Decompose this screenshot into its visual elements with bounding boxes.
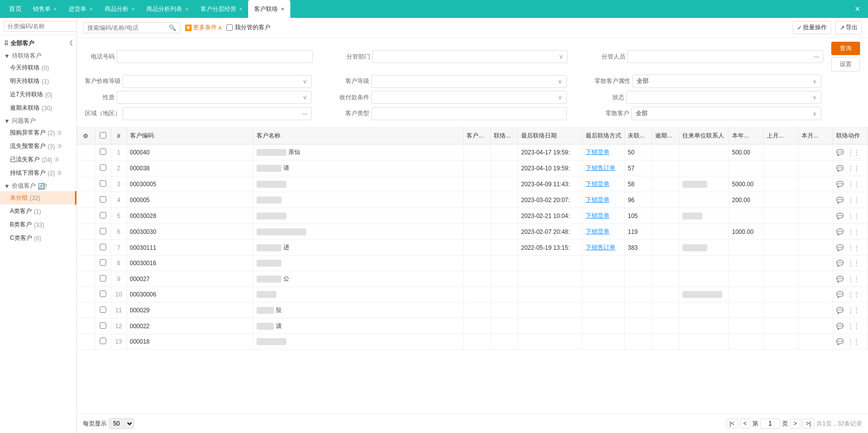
page-number-input[interactable] [760,419,780,429]
row-select-checkbox[interactable] [100,306,106,313]
sidebar-item-class-a[interactable]: A类客户 (1) [0,205,76,218]
last-method-link[interactable]: 下销售订单 [586,164,615,171]
row-select-checkbox[interactable] [100,180,106,187]
last-method-link[interactable]: 下销货单 [586,228,609,235]
row-select-checkbox[interactable] [100,275,106,282]
last-method-link[interactable]: 下销售订单 [586,244,615,251]
row-checkbox[interactable] [95,160,111,176]
contact-col-header[interactable]: 联络...: [491,128,518,144]
name-col-header[interactable]: 客户名称: [254,128,464,144]
more-action-icon[interactable]: ⋮⋮ [848,307,860,314]
sidebar-item-class-b[interactable]: B类客户 (33) [0,218,76,231]
row-checkbox[interactable] [95,287,111,302]
row-checkbox[interactable] [95,144,111,160]
my-customers-checkbox[interactable] [226,24,233,31]
more-action-icon[interactable]: ⋮⋮ [848,197,860,204]
sidebar-item-tomorrow-pending[interactable]: 明天待联络 (1) [0,74,76,88]
region-input[interactable]: ··· [123,107,312,120]
refresh-icon[interactable]: 🔄 [38,183,45,190]
contact-action-icon[interactable]: 💬 [836,244,844,251]
first-page-button[interactable]: |< [726,419,738,429]
more-action-icon[interactable]: ⋮⋮ [848,244,860,251]
problem-customers-group[interactable]: ▼ 问题客户 [0,115,76,126]
row-select-checkbox[interactable] [100,290,106,297]
reset-button[interactable]: 设置 [831,57,860,72]
nav-tab-customer-mgmt[interactable]: 客户分层经营 × [195,0,248,18]
all-customers-header[interactable]: ⠿ 全部客户 《 [0,35,76,50]
nav-tab-customer-contact[interactable]: 客户联络 × [248,0,290,18]
batch-operations-button[interactable]: ✓ 批量操作 [793,21,831,34]
close-icon[interactable]: × [54,6,57,12]
last-method-col-header[interactable]: 最后联络方式 [583,128,625,144]
more-action-icon[interactable]: ⋮⋮ [848,276,860,283]
sidebar-item-ungrouped[interactable]: 未分组 (32) [0,191,76,205]
contact-action-icon[interactable]: 💬 [836,149,844,156]
sidebar-item-churn-warning[interactable]: 流失预警客户 (3) ③ [0,140,76,153]
nav-tab-purchase[interactable]: 进货单 × [63,0,98,18]
value-customers-group[interactable]: ▼ 价值客户 🔄 ! [0,180,76,191]
contact-action-icon[interactable]: 💬 [836,213,844,219]
cust-detail-col-header[interactable]: 客户...: [464,128,491,144]
sidebar-item-7days-pending[interactable]: 近7天待联络 (0) [0,88,76,101]
status-input[interactable]: ∨ [626,91,821,104]
row-select-checkbox[interactable] [100,164,106,171]
row-checkbox[interactable] [95,256,111,271]
prev-page-button[interactable]: < [740,419,750,429]
page-size-select[interactable]: 50 100 [109,418,134,429]
close-icon[interactable]: × [239,6,242,12]
sidebar-item-hoard-abnormal[interactable]: 囤购异常客户 (2) ② [0,126,76,140]
nav-tab-product-analysis[interactable]: 商品分析 × [99,0,140,18]
row-select-checkbox[interactable] [100,338,106,344]
code-col-header[interactable]: 客户编码: [127,128,254,144]
nav-tab-sales[interactable]: 销售单 × [27,0,63,18]
overdue-col-header[interactable]: 逾期... [652,128,679,144]
pending-contact-group[interactable]: ▼ 待联络客户 [0,50,76,61]
contact-action-icon[interactable]: 💬 [836,338,844,345]
phone-input[interactable] [117,50,313,63]
contact-action-icon[interactable]: 💬 [836,228,844,235]
more-action-icon[interactable]: ⋮⋮ [848,291,860,298]
partner-contact-col-header[interactable]: 往来单位联系人 [679,128,729,144]
contact-action-icon[interactable]: 💬 [836,276,844,283]
my-customers-checkbox-container[interactable]: 我分管的客户 [226,23,270,32]
last-date-col-header[interactable]: 最后联络日期 [518,128,583,144]
select-all-checkbox[interactable] [100,132,106,139]
row-select-checkbox[interactable] [100,212,106,218]
row-select-checkbox[interactable] [100,322,106,329]
row-checkbox[interactable] [95,176,111,192]
more-action-icon[interactable]: ⋮⋮ [848,181,860,188]
contact-action-icon[interactable]: 💬 [836,323,844,330]
close-icon[interactable]: × [281,6,284,12]
sidebar-search-input[interactable] [4,21,77,32]
search-icon[interactable]: 🔍 [169,24,176,31]
row-select-checkbox[interactable] [100,259,106,266]
contact-action-icon[interactable]: 💬 [836,165,844,172]
more-action-icon[interactable]: ⋮⋮ [848,213,860,219]
close-icon[interactable]: × [132,6,134,12]
row-checkbox[interactable] [95,208,111,224]
contact-action-icon[interactable]: 💬 [836,260,844,267]
row-select-checkbox[interactable] [100,244,106,250]
retail-attr-input[interactable]: 全部∨ [632,74,821,88]
row-checkbox[interactable] [95,240,111,256]
dept-input[interactable]: ∨ [372,50,568,63]
nav-home[interactable]: 首页 [4,4,27,13]
sidebar-item-declining[interactable]: 持续下滑客户 (2) ② [0,166,76,180]
customer-level-input[interactable]: ∨ [371,75,566,88]
window-close-button[interactable]: × [851,4,864,14]
price-level-input[interactable]: ∨ [123,75,312,88]
more-action-icon[interactable]: ⋮⋮ [848,323,860,330]
this-year-col-header[interactable]: 本年... [729,128,764,144]
last-method-link[interactable]: 下销货单 [586,196,609,203]
more-action-icon[interactable]: ⋮⋮ [848,338,860,345]
row-checkbox[interactable] [95,271,111,287]
more-action-icon[interactable]: ⋮⋮ [848,149,860,156]
close-icon[interactable]: × [185,6,188,12]
staff-input[interactable]: ··· [627,50,823,63]
row-select-checkbox[interactable] [100,228,106,234]
row-checkbox[interactable] [95,334,111,350]
more-action-icon[interactable]: ⋮⋮ [848,260,860,267]
query-button[interactable]: 查询 [831,42,860,55]
checkbox-col-header[interactable] [95,128,111,144]
payment-input[interactable]: ∨ [371,91,566,104]
